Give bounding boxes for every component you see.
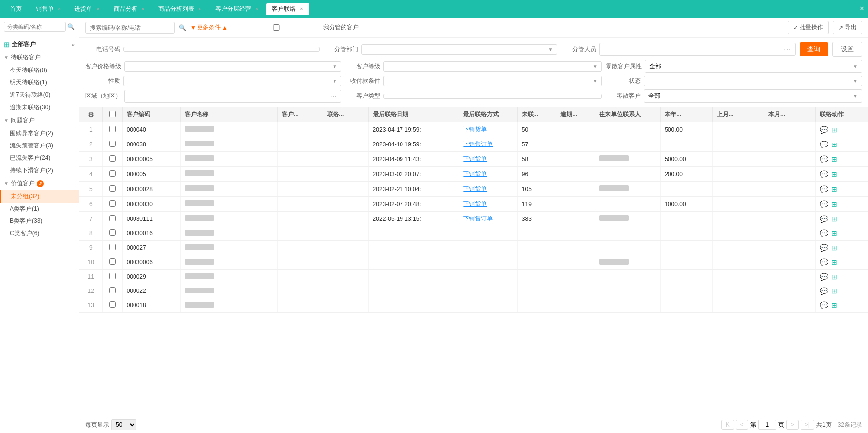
page-size-dropdown[interactable]: 50 10 20 100 — [111, 419, 136, 430]
sidebar-item-class-b[interactable]: B类客户(33) — [0, 215, 79, 227]
pending-group-header[interactable]: ▼ 待联络客户 — [0, 51, 79, 64]
message-icon[interactable]: 💬 — [820, 258, 828, 266]
prev-page-button[interactable]: < — [736, 420, 748, 430]
grid-action-icon[interactable]: ⊞ — [831, 170, 837, 178]
contact-way-link[interactable]: 下销售订单 — [463, 141, 493, 147]
customer-type-input[interactable] — [383, 94, 601, 99]
message-icon[interactable]: 💬 — [820, 229, 828, 237]
reset-button[interactable]: 设置 — [832, 42, 862, 57]
price-level-dropdown[interactable]: ▼ — [124, 61, 341, 72]
sidebar-item-class-c[interactable]: C类客户(6) — [0, 227, 79, 240]
table-settings-icon[interactable]: ⚙ — [88, 111, 94, 119]
row-checkbox[interactable] — [109, 273, 116, 279]
contact-way-link[interactable]: 下销货单 — [463, 126, 487, 133]
sidebar-item-churned[interactable]: 已流失客户(24) — [0, 152, 79, 164]
grid-action-icon[interactable]: ⊞ — [831, 215, 837, 223]
row-checkbox[interactable] — [109, 155, 116, 162]
contact-way-link[interactable]: 下销售订单 — [463, 215, 493, 222]
first-page-button[interactable]: K — [721, 420, 734, 430]
th-checkbox[interactable] — [103, 107, 122, 122]
sidebar-item-ungroup[interactable]: 未分组(32) — [0, 190, 79, 203]
close-customer-contact-tab[interactable]: × — [300, 6, 303, 12]
sidebar-item-churn-warning[interactable]: 流失预警客户(3) — [0, 140, 79, 152]
row-checkbox[interactable] — [109, 141, 116, 147]
grid-action-icon[interactable]: ⊞ — [831, 200, 837, 208]
message-icon[interactable]: 💬 — [820, 301, 828, 309]
my-customers-checkbox-wrap[interactable]: 我分管的客户 — [232, 23, 359, 32]
page-number-input[interactable] — [758, 420, 776, 430]
my-customers-checkbox[interactable] — [232, 24, 321, 31]
close-customer-tier-tab[interactable]: × — [255, 6, 258, 12]
tab-product-analysis[interactable]: 商品分析 × — [108, 3, 150, 15]
batch-operation-button[interactable]: ✓ 批量操作 — [788, 21, 829, 34]
close-product-list-tab[interactable]: × — [198, 6, 201, 12]
select-all-checkbox[interactable] — [109, 111, 116, 117]
tab-customer-contact[interactable]: 客户联络 × — [266, 3, 309, 15]
next-page-button[interactable]: > — [786, 420, 799, 430]
all-customers-section[interactable]: ⊞ 全部客户 « — [0, 36, 79, 51]
tab-sales[interactable]: 销售单 × — [30, 3, 67, 15]
sparse-attr-dropdown[interactable]: 全部 ▼ — [645, 60, 862, 73]
sidebar-item-declining[interactable]: 持续下滑客户(2) — [0, 164, 79, 177]
payment-dropdown[interactable]: ▼ — [383, 76, 601, 86]
grid-action-icon[interactable]: ⊞ — [831, 155, 837, 163]
row-checkbox[interactable] — [109, 229, 116, 236]
row-checkbox[interactable] — [109, 185, 116, 192]
row-checkbox[interactable] — [109, 287, 116, 293]
sidebar-item-tomorrow[interactable]: 明天待联络(1) — [0, 76, 79, 89]
grid-action-icon[interactable]: ⊞ — [831, 287, 837, 295]
sidebar-search-icon[interactable]: 🔍 — [67, 23, 75, 30]
export-button[interactable]: ↗ 导出 — [833, 21, 862, 34]
row-checkbox[interactable] — [109, 244, 116, 250]
customer-level-dropdown[interactable]: ▼ — [383, 61, 601, 72]
phone-input[interactable] — [123, 47, 320, 52]
grid-action-icon[interactable]: ⊞ — [831, 301, 837, 309]
row-checkbox[interactable] — [109, 301, 116, 308]
sidebar-item-today[interactable]: 今天待联络(0) — [0, 64, 79, 76]
tab-home[interactable]: 首页 — [4, 3, 28, 15]
search-bar-icon[interactable]: 🔍 — [179, 24, 186, 31]
grid-action-icon[interactable]: ⊞ — [831, 258, 837, 266]
close-sales-tab[interactable]: × — [58, 6, 61, 12]
query-button[interactable]: 查询 — [800, 42, 828, 56]
region-input[interactable]: ··· — [124, 90, 341, 103]
row-checkbox[interactable] — [109, 215, 116, 221]
grid-action-icon[interactable]: ⊞ — [831, 273, 837, 281]
contact-way-link[interactable]: 下销货单 — [463, 170, 487, 177]
message-icon[interactable]: 💬 — [820, 244, 828, 252]
message-icon[interactable]: 💬 — [820, 273, 828, 281]
problem-group-header[interactable]: ▼ 问题客户 — [0, 114, 79, 127]
tab-product-list[interactable]: 商品分析列表 × — [152, 3, 207, 15]
message-icon[interactable]: 💬 — [820, 200, 828, 208]
close-purchase-tab[interactable]: × — [96, 6, 99, 12]
row-checkbox[interactable] — [109, 126, 116, 132]
search-input[interactable] — [85, 22, 175, 34]
contact-way-link[interactable]: 下销货单 — [463, 155, 487, 162]
message-icon[interactable]: 💬 — [820, 155, 828, 163]
message-icon[interactable]: 💬 — [820, 185, 828, 193]
grid-action-icon[interactable]: ⊞ — [831, 126, 837, 134]
grid-action-icon[interactable]: ⊞ — [831, 244, 837, 252]
contact-way-link[interactable]: 下销货单 — [463, 200, 487, 207]
sidebar-item-class-a[interactable]: A类客户(1) — [0, 203, 79, 215]
grid-action-icon[interactable]: ⊞ — [831, 185, 837, 193]
sidebar-search-input[interactable] — [4, 22, 66, 32]
last-page-button[interactable]: >| — [801, 420, 814, 430]
row-checkbox[interactable] — [109, 200, 116, 207]
more-conditions-link[interactable]: ▼ 更多条件 ▲ — [190, 23, 228, 32]
contact-way-link[interactable]: 下销货单 — [463, 185, 487, 192]
message-icon[interactable]: 💬 — [820, 141, 828, 148]
message-icon[interactable]: 💬 — [820, 126, 828, 134]
close-all-button[interactable]: × — [860, 4, 864, 13]
collapse-sidebar-icon[interactable]: « — [72, 42, 75, 48]
sidebar-item-hoarding[interactable]: 囤购异常客户(2) — [0, 127, 79, 140]
grid-action-icon[interactable]: ⊞ — [831, 229, 837, 237]
dept-dropdown[interactable]: ▼ — [361, 44, 558, 55]
row-checkbox[interactable] — [109, 258, 116, 265]
grid-action-icon[interactable]: ⊞ — [831, 141, 837, 148]
nature-dropdown[interactable]: ▼ — [123, 76, 341, 86]
message-icon[interactable]: 💬 — [820, 215, 828, 223]
status-dropdown[interactable]: ▼ — [644, 76, 862, 86]
message-icon[interactable]: 💬 — [820, 170, 828, 178]
tab-purchase[interactable]: 进货单 × — [68, 3, 105, 15]
